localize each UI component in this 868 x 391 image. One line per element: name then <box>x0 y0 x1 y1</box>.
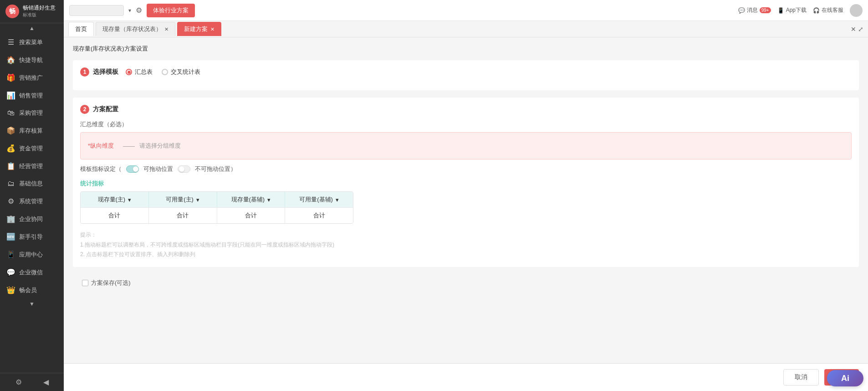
sidebar-item-inventory[interactable]: 📦 库存核算 <box>0 122 64 139</box>
tab-new-plan-label: 新建方案 <box>184 25 208 33</box>
sidebar-item-sales[interactable]: 📊 销售管理 <box>0 87 64 104</box>
cell-2: 合计 <box>217 207 286 223</box>
sidebar-item-label: 库存核算 <box>19 127 43 135</box>
sidebar-item-search-menu[interactable]: ☰ 搜索菜单 <box>0 33 64 51</box>
headset-icon: 🎧 <box>813 7 820 14</box>
content-area: 现存量(库存状况表)方案设置 1 选择模板 汇总表 交叉统计表 <box>64 37 868 363</box>
online-service-label: 在线客服 <box>822 6 843 14</box>
sidebar-item-operations[interactable]: 📋 经营管理 <box>0 157 64 175</box>
online-service-item[interactable]: 🎧 在线客服 <box>813 6 843 14</box>
message-icon: 💬 <box>738 7 745 14</box>
app-download-label: App下载 <box>786 6 807 14</box>
dropdown-icon-2[interactable]: ▾ <box>267 196 271 203</box>
tab-new-plan[interactable]: 新建方案 ✕ <box>177 22 221 36</box>
cancel-button[interactable]: 取消 <box>783 369 819 386</box>
header-cell-0[interactable]: 现存量(主) ▾ <box>81 192 149 207</box>
sidebar-footer: ⚙ ◀ <box>0 373 64 391</box>
content-footer: 方案保存(可选) <box>73 274 859 292</box>
dropdown-icon-3[interactable]: ▾ <box>336 196 339 203</box>
save-check-box[interactable] <box>82 280 88 286</box>
sidebar-item-purchase[interactable]: 🛍 采购管理 <box>0 104 64 122</box>
collapse-sidebar-btn[interactable]: ◀ <box>43 378 49 386</box>
sidebar-scroll-up[interactable]: ▲ <box>0 23 64 33</box>
header-cell-1[interactable]: 可用量(主) ▾ <box>149 192 217 207</box>
header-cell-3[interactable]: 可用量(基辅) ▾ <box>285 192 353 207</box>
money-icon: 💰 <box>6 144 15 153</box>
dropdown-icon-0[interactable]: ▾ <box>128 196 131 203</box>
cell-1: 合计 <box>149 207 217 223</box>
tips-title: 提示： <box>80 232 97 238</box>
header-label-2: 现存量(基辅) <box>231 196 265 204</box>
header-label-1: 可用量(主) <box>166 196 194 204</box>
tip-1: 1.拖动标题栏可以调整布局，不可跨维度或指标区域拖动栏目字段(只能在同一维度或指… <box>80 240 852 250</box>
messages-item[interactable]: 💬 消息 99+ <box>738 6 771 14</box>
sidebar-item-label: 新手引导 <box>19 233 43 241</box>
sidebar-item-member[interactable]: 👑 畅会员 <box>0 281 64 299</box>
dimension-placeholder: 请选择分组维度 <box>139 142 181 150</box>
cell-0: 合计 <box>81 207 149 223</box>
ai-float-button[interactable]: Ai <box>827 370 863 386</box>
step2-title: 方案配置 <box>93 105 118 113</box>
movable-toggle[interactable] <box>126 165 139 173</box>
sidebar-item-finance[interactable]: 💰 资金管理 <box>0 139 64 157</box>
app-download-item[interactable]: 📱 App下载 <box>777 6 807 14</box>
step1-section: 1 选择模板 汇总表 交叉统计表 <box>73 60 859 90</box>
bag-icon: 🛍 <box>6 109 15 117</box>
action-bar: 取消 查询 <box>64 363 868 391</box>
radio-label-cross: 交叉统计表 <box>171 68 200 76</box>
gift-icon: 🎁 <box>6 73 15 82</box>
topbar-dropdown-btn[interactable]: ▾ <box>128 7 131 14</box>
building-icon: 🏢 <box>6 215 15 223</box>
sidebar-item-basic-info[interactable]: 🗂 基础信息 <box>0 175 64 192</box>
header-cell-2[interactable]: 现存量(基辅) ▾ <box>217 192 286 207</box>
tips: 提示： 1.拖动标题栏可以调整布局，不可跨维度或指标区域拖动栏目字段(只能在同一… <box>80 230 852 260</box>
sidebar-item-marketing[interactable]: 🎁 营销推广 <box>0 69 64 87</box>
folder-icon: 🗂 <box>6 180 15 188</box>
user-avatar[interactable] <box>850 4 863 17</box>
tab-inventory-status[interactable]: 现存量（库存状况表） ✕ <box>96 22 175 36</box>
not-movable-toggle <box>178 165 190 173</box>
sidebar-item-label: 企业协同 <box>19 215 43 223</box>
save-checkbox[interactable]: 方案保存(可选) <box>82 279 131 287</box>
header-label-3: 可用量(基辅) <box>299 196 333 204</box>
sidebar-item-enterprise-wx[interactable]: 💬 企业微信 <box>0 263 64 281</box>
sidebar: 畅 畅销通好生意 标准版 ▲ ☰ 搜索菜单 🏠 快捷导航 🎁 营销推广 📊 销售… <box>0 0 64 391</box>
template-radio-group: 汇总表 交叉统计表 <box>126 68 200 76</box>
download-icon: 📱 <box>777 7 784 14</box>
sidebar-item-label: 企业微信 <box>19 268 43 277</box>
sidebar-item-system[interactable]: ⚙ 系统管理 <box>0 192 64 210</box>
sidebar-item-app-center[interactable]: 📱 应用中心 <box>0 246 64 263</box>
dimension-required-area[interactable]: *纵向维度 —— 请选择分组维度 <box>80 132 852 159</box>
tab-new-plan-close-btn[interactable]: ✕ <box>210 26 214 32</box>
expand-btn[interactable]: ⤢ <box>858 26 863 33</box>
movable-label: 可拖动位置 <box>143 165 173 173</box>
sidebar-item-quick-nav[interactable]: 🏠 快捷导航 <box>0 51 64 69</box>
radio-cross[interactable]: 交叉统计表 <box>162 68 200 76</box>
new-icon: 🆕 <box>6 232 15 241</box>
page-title: 现存量(库存状况表)方案设置 <box>73 45 859 53</box>
radio-summary[interactable]: 汇总表 <box>126 68 153 76</box>
tab-inventory-label: 现存量（库存状况表） <box>102 25 162 33</box>
tab-inventory-close-btn[interactable]: ✕ <box>164 26 168 32</box>
sidebar-item-enterprise[interactable]: 🏢 企业协同 <box>0 210 64 228</box>
settings-footer-btn[interactable]: ⚙ <box>15 378 22 386</box>
trial-btn[interactable]: 体验行业方案 <box>147 4 195 17</box>
sidebar-item-new-guide[interactable]: 🆕 新手引导 <box>0 228 64 246</box>
step2-section: 2 方案配置 汇总维度（必选） *纵向维度 —— 请选择分组维度 模板指标设定（… <box>73 98 859 267</box>
close-tab-btn[interactable]: ✕ <box>851 26 856 33</box>
sidebar-item-label: 销售管理 <box>19 92 43 100</box>
dropdown-icon-1[interactable]: ▾ <box>196 196 199 203</box>
sidebar-item-label: 系统管理 <box>19 197 43 206</box>
tab-home[interactable]: 首页 <box>68 22 94 36</box>
messages-label: 消息 <box>747 6 758 14</box>
sidebar-item-label: 快捷导航 <box>19 56 43 64</box>
topbar-gear-btn[interactable]: ⚙ <box>136 6 142 15</box>
sidebar-item-label: 经营管理 <box>19 162 43 170</box>
messages-badge: 99+ <box>760 7 771 13</box>
clipboard-icon: 📋 <box>6 162 15 170</box>
sidebar-item-label: 采购管理 <box>19 109 43 117</box>
topbar-search-input[interactable] <box>69 5 124 16</box>
tab-home-label: 首页 <box>75 25 87 33</box>
sidebar-scroll-down[interactable]: ▼ <box>0 299 64 309</box>
tab-expand-btns: ✕ ⤢ <box>851 26 863 33</box>
